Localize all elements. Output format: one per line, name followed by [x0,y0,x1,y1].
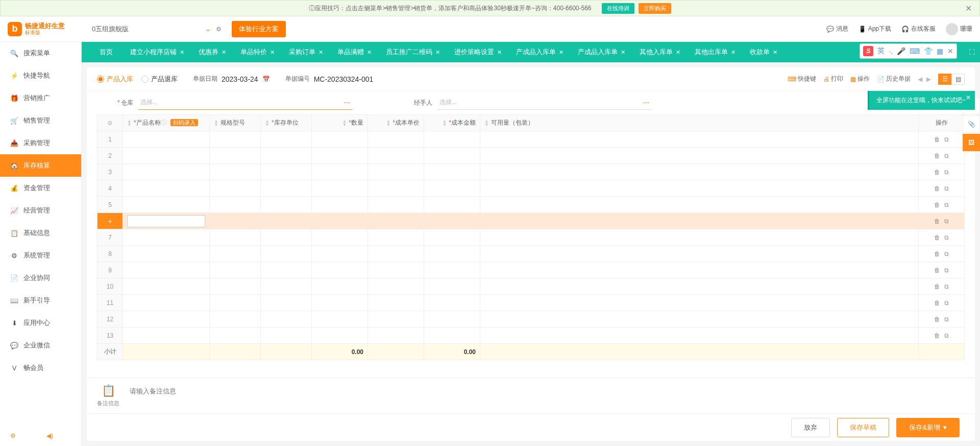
tab-close-icon[interactable]: ✕ [318,49,323,56]
copy-row-icon[interactable]: ⧉ [944,218,949,225]
ime-lang[interactable]: 英 [877,46,885,56]
copy-row-icon[interactable]: ⧉ [944,152,949,159]
ime-mic-icon[interactable]: 🎤 [897,47,905,55]
messages-link[interactable]: 💬消息 [826,25,848,33]
tab-close-icon[interactable]: ✕ [773,49,777,56]
table-row[interactable]: 4🗑⧉ [97,180,965,197]
copy-row-icon[interactable]: ⧉ [944,136,949,143]
tab-close-icon[interactable]: ✕ [621,49,625,56]
table-row[interactable]: 11🗑⧉ [97,295,965,311]
sidebar-item-基础信息[interactable]: 📋基础信息 [0,222,81,244]
tab-优惠券[interactable]: 优惠券✕ [191,42,233,62]
delete-row-icon[interactable]: 🗑 [934,201,940,208]
tab-close-icon[interactable]: ✕ [180,49,184,56]
sidebar-item-系统管理[interactable]: ⚙系统管理 [0,244,81,267]
sidebar-item-经营管理[interactable]: 📈经营管理 [0,199,81,222]
help-icon[interactable]: ⓘ [161,119,167,126]
tab-采购订单[interactable]: 采购订单✕ [282,42,330,62]
delete-row-icon[interactable]: 🗑 [934,218,940,225]
save-new-button[interactable]: 保存&新增▾ [896,418,960,437]
sidebar-item-企业协同[interactable]: 📄企业协同 [0,267,81,289]
delete-row-icon[interactable]: 🗑 [934,267,940,274]
add-row-icon[interactable]: + [106,217,115,226]
radio-product-in[interactable]: 产品入库 [97,75,133,84]
tab-单品满赠[interactable]: 单品满赠✕ [330,42,379,62]
more-icon[interactable]: ··· [344,99,351,106]
copy-row-icon[interactable]: ⧉ [944,185,949,192]
col-qty[interactable]: ▲▼*数量 [312,115,368,131]
print-button[interactable]: 🖨打印 [823,75,843,83]
ime-keyboard-icon[interactable]: ⌨ [910,47,920,55]
col-index[interactable]: ⚙ [97,115,123,131]
table-row[interactable]: 2🗑⧉ [97,148,965,164]
org-selector[interactable]: 0五组旗舰版 ⌄ [92,25,211,34]
table-row[interactable]: 10🗑⧉ [97,278,965,295]
tab-close-icon[interactable]: ✕ [270,49,275,56]
view-card-icon[interactable]: ▤ [951,74,965,85]
copy-row-icon[interactable]: ⧉ [944,169,949,176]
discard-button[interactable]: 放弃 [791,418,830,437]
copy-row-icon[interactable]: ⧉ [944,332,949,339]
sidebar-item-快捷导航[interactable]: ⚡快捷导航 [0,64,81,87]
tab-close-icon[interactable]: ✕ [367,49,372,56]
tab-进价策略设置[interactable]: 进价策略设置✕ [447,42,509,62]
col-amount[interactable]: ▲▼*成本金额 [424,115,480,131]
table-row[interactable]: 9🗑⧉ [97,262,965,278]
tab-建立小程序店铺[interactable]: 建立小程序店铺✕ [123,42,191,62]
col-available[interactable]: ▲▼可用量（包装） [480,115,919,131]
history-button[interactable]: 📄历史单据 [877,75,911,83]
settings-icon[interactable]: ⚙ [10,432,16,439]
tab-close-icon[interactable]: ✕ [559,49,564,56]
col-product[interactable]: ▲▼*产品名称ⓘ 扫码录入 [123,115,210,131]
handler-select[interactable]: 选择... ··· [437,96,652,110]
table-row[interactable]: 1🗑⧉ [97,131,965,148]
delete-row-icon[interactable]: 🗑 [934,152,940,159]
radio-product-out[interactable]: 产品退库 [141,75,178,84]
sidebar-item-畅会员[interactable]: V畅会员 [0,357,81,379]
delete-row-icon[interactable]: 🗑 [934,283,940,290]
tab-close-icon[interactable]: ✕ [222,49,226,56]
ime-skin-icon[interactable]: 👕 [924,47,933,55]
tab-close-icon[interactable]: ✕ [731,49,736,56]
user-menu[interactable]: 珊珊 [946,23,972,35]
tab-产成品入库单[interactable]: 产成品入库单✕ [509,42,571,62]
float-attach-icon[interactable]: 📎 [963,115,980,133]
col-price[interactable]: ▲▼*成本单价 [368,115,424,131]
copy-row-icon[interactable]: ⧉ [944,201,949,208]
copy-row-icon[interactable]: ⧉ [944,283,949,290]
buy-now-button[interactable]: 立即购买 [639,3,671,14]
sidebar-item-资金管理[interactable]: 💰资金管理 [0,177,81,199]
tab-首页[interactable]: 首页 [89,42,123,62]
tab-产成品入库单[interactable]: 产成品入库单✕ [571,42,632,62]
more-icon[interactable]: ··· [643,99,650,106]
tab-其他入库单[interactable]: 其他入库单✕ [632,42,688,62]
ime-close-icon[interactable]: ✕ [947,47,953,55]
operations-button[interactable]: ▦操作 [850,75,870,83]
copy-row-icon[interactable]: ⧉ [944,267,949,274]
delete-row-icon[interactable]: 🗑 [934,234,940,241]
tab-收款单[interactable]: 收款单✕ [743,42,785,62]
table-row[interactable]: 5🗑⧉ [97,197,965,213]
ime-grid-icon[interactable]: ▦ [937,47,943,55]
col-spec[interactable]: ▲▼规格型号 [210,115,261,131]
online-training-button[interactable]: 在线培训 [602,3,634,14]
remark-input[interactable] [130,384,965,395]
calendar-icon[interactable]: 📅 [262,76,270,83]
delete-row-icon[interactable]: 🗑 [934,185,940,192]
table-row[interactable]: +🗑⧉ [97,213,965,229]
delete-row-icon[interactable]: 🗑 [934,316,940,323]
delete-row-icon[interactable]: 🗑 [934,136,940,143]
app-download-link[interactable]: 📱App下载 [859,25,891,33]
tab-close-icon[interactable]: ✕ [435,49,440,56]
tab-单品特价[interactable]: 单品特价✕ [233,42,282,62]
copy-row-icon[interactable]: ⧉ [944,250,949,257]
sidebar-item-新手引导[interactable]: 📖新手引导 [0,289,81,312]
sidebar-item-采购管理[interactable]: 📥采购管理 [0,132,81,154]
delete-row-icon[interactable]: 🗑 [934,169,940,176]
support-link[interactable]: 🎧在线客服 [901,25,936,33]
copy-row-icon[interactable]: ⧉ [944,316,949,323]
sidebar-item-企业微信[interactable]: 💬企业微信 [0,334,81,357]
delete-row-icon[interactable]: 🗑 [934,250,940,257]
doc-date-value[interactable]: 2023-03-24 [222,75,258,83]
collapse-icon[interactable]: ◀) [46,432,53,439]
